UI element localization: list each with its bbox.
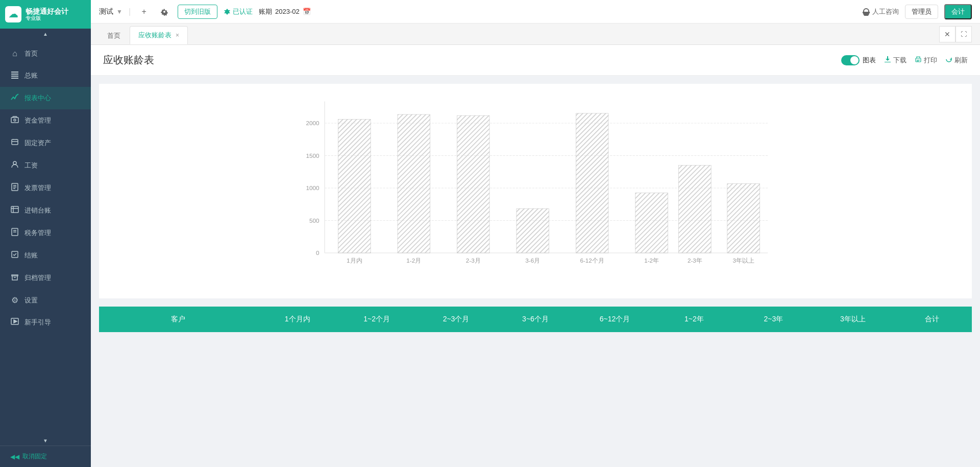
tab-home-label: 首页 bbox=[107, 32, 120, 39]
home-icon: ⌂ bbox=[10, 49, 19, 58]
print-label: 打印 bbox=[924, 56, 937, 65]
period-label: 账期 bbox=[259, 7, 272, 16]
svg-text:2-3月: 2-3月 bbox=[466, 257, 481, 264]
col-2-3year: 2~3年 bbox=[734, 307, 813, 332]
svg-rect-0 bbox=[11, 72, 18, 73]
col-3-6month: 3~6个月 bbox=[496, 307, 575, 332]
company-name: 测试 bbox=[99, 7, 113, 16]
col-total: 合计 bbox=[893, 307, 972, 332]
sidebar-item-tax[interactable]: 税务管理 bbox=[0, 222, 91, 244]
user-btn[interactable]: 管理员 bbox=[905, 5, 938, 19]
toggle-thumb bbox=[850, 56, 859, 64]
table-area: 客户 1个月内 1~2个月 2~3个月 3~6个月 6~12个月 1~2年 2~… bbox=[99, 307, 972, 332]
print-btn[interactable]: 打印 bbox=[915, 56, 937, 65]
sidebar-item-fund[interactable]: 资金管理 bbox=[0, 109, 91, 132]
expand-panel-btn[interactable]: ⛶ bbox=[955, 26, 972, 42]
sidebar-item-archive-label: 归档管理 bbox=[24, 273, 51, 283]
sidebar-logo: ☁ 畅捷通好会计 专业版 bbox=[0, 0, 91, 29]
bar-3-6月 bbox=[517, 208, 549, 253]
svg-text:3年以上: 3年以上 bbox=[732, 257, 754, 264]
chart-label: 图表 bbox=[863, 56, 876, 65]
tab-aging[interactable]: 应收账龄表 × bbox=[130, 26, 188, 44]
guide-icon bbox=[10, 317, 19, 328]
logo-icon: ☁ bbox=[5, 6, 21, 22]
bar-1-2月 bbox=[398, 114, 430, 253]
svg-text:0: 0 bbox=[316, 249, 320, 256]
cancel-fixed-btn[interactable]: ◀◀ 取消固定 bbox=[0, 446, 91, 467]
report-actions: 图表 下载 打印 bbox=[841, 55, 968, 65]
tab-home[interactable]: 首页 bbox=[99, 27, 129, 44]
refresh-label: 刷新 bbox=[954, 56, 968, 65]
report-icon bbox=[10, 93, 19, 103]
cancel-fixed-icon: ◀◀ bbox=[10, 453, 19, 460]
sidebar-item-ledger-label: 总账 bbox=[24, 71, 38, 80]
scroll-down-btn[interactable]: ▼ bbox=[41, 437, 50, 443]
toggle-track[interactable] bbox=[841, 55, 860, 65]
human-service-label: 人工咨询 bbox=[872, 7, 899, 16]
role-btn[interactable]: 会计 bbox=[944, 4, 972, 19]
svg-point-8 bbox=[13, 161, 16, 165]
bar-6-12月 bbox=[576, 113, 608, 253]
verified-status: 已认证 bbox=[224, 7, 253, 16]
svg-rect-6 bbox=[12, 139, 18, 145]
sidebar-item-home[interactable]: ⌂ 首页 bbox=[0, 43, 91, 64]
scroll-up-btn[interactable]: ▲ bbox=[41, 31, 50, 37]
sidebar-item-sales-label: 进销台账 bbox=[24, 206, 51, 215]
svg-text:1-2年: 1-2年 bbox=[644, 257, 659, 264]
svg-text:1000: 1000 bbox=[306, 184, 320, 191]
download-label: 下载 bbox=[893, 56, 906, 65]
asset-icon bbox=[10, 138, 19, 148]
svg-text:1月内: 1月内 bbox=[347, 257, 362, 264]
switch-old-version-btn[interactable]: 切到旧版 bbox=[178, 5, 217, 19]
sidebar-item-close-label: 结账 bbox=[24, 251, 38, 260]
chart-svg: 0 500 1000 1500 2000 bbox=[111, 96, 960, 280]
archive-icon bbox=[10, 273, 19, 283]
tab-bar: 首页 应收账龄表 × ✕ ⛶ bbox=[91, 24, 980, 45]
svg-marker-22 bbox=[14, 320, 17, 323]
sidebar-item-asset[interactable]: 固定资产 bbox=[0, 132, 91, 154]
col-2-3month: 2~3个月 bbox=[416, 307, 496, 332]
refresh-btn[interactable]: 刷新 bbox=[945, 56, 968, 65]
sidebar-item-ledger[interactable]: 总账 bbox=[0, 64, 91, 87]
company-selector[interactable]: 测试 ▼ bbox=[99, 7, 122, 16]
svg-rect-24 bbox=[917, 60, 920, 60]
svg-text:3-6月: 3-6月 bbox=[525, 257, 540, 264]
sidebar-item-home-label: 首页 bbox=[24, 49, 38, 58]
col-3year-plus: 3年以上 bbox=[813, 307, 892, 332]
sidebar-item-asset-label: 固定资产 bbox=[24, 138, 51, 148]
period-value: 2023-02 bbox=[275, 8, 300, 15]
sidebar-item-sales[interactable]: 进销台账 bbox=[0, 199, 91, 222]
sidebar-item-report-label: 报表中心 bbox=[24, 94, 51, 103]
svg-rect-13 bbox=[11, 206, 18, 213]
human-service-btn[interactable]: 人工咨询 bbox=[862, 7, 899, 16]
close-accounts-icon bbox=[10, 250, 19, 261]
settings-btn[interactable] bbox=[157, 5, 172, 19]
report-title: 应收账龄表 bbox=[103, 53, 154, 67]
bar-2-3月 bbox=[457, 115, 489, 253]
sidebar-item-invoice-label: 发票管理 bbox=[24, 183, 51, 193]
svg-point-5 bbox=[14, 119, 16, 121]
chart-toggle[interactable]: 图表 bbox=[841, 55, 876, 65]
sidebar-item-archive[interactable]: 归档管理 bbox=[0, 267, 91, 289]
sidebar-item-settings[interactable]: ⚙ 设置 bbox=[0, 289, 91, 311]
tab-aging-label: 应收账龄表 bbox=[138, 31, 172, 40]
download-btn[interactable]: 下载 bbox=[884, 56, 906, 65]
sidebar-item-invoice[interactable]: 发票管理 bbox=[0, 177, 91, 199]
sidebar-item-close[interactable]: 结账 bbox=[0, 244, 91, 267]
add-btn[interactable]: + bbox=[137, 5, 151, 19]
period-display: 账期 2023-02 📅 bbox=[259, 7, 311, 16]
sidebar-item-report[interactable]: 报表中心 bbox=[0, 87, 91, 109]
refresh-icon bbox=[945, 56, 952, 64]
svg-rect-4 bbox=[11, 118, 18, 123]
svg-text:2000: 2000 bbox=[306, 120, 320, 126]
tab-close-btn[interactable]: × bbox=[176, 32, 179, 39]
topbar-sep1: | bbox=[129, 7, 131, 16]
close-panel-btn[interactable]: ✕ bbox=[939, 26, 955, 42]
ledger-icon bbox=[10, 71, 19, 81]
sidebar-item-tax-label: 税务管理 bbox=[24, 228, 51, 238]
sidebar-item-wage[interactable]: 工资 bbox=[0, 154, 91, 177]
calendar-icon[interactable]: 📅 bbox=[303, 8, 311, 15]
sidebar-item-guide[interactable]: 新手引导 bbox=[0, 311, 91, 334]
svg-text:1-2月: 1-2月 bbox=[406, 257, 421, 264]
col-1month: 1个月内 bbox=[258, 307, 337, 332]
